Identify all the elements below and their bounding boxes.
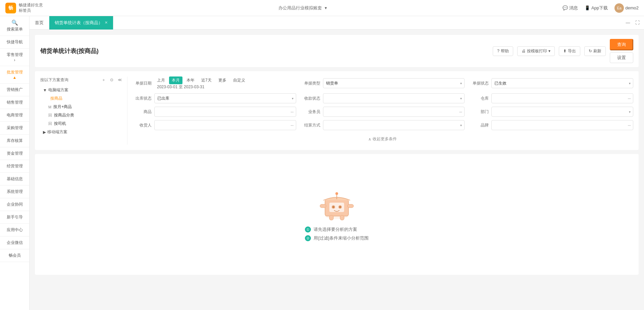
doc-status-select[interactable]: 已生效 — [491, 78, 633, 88]
sidebar-item-purchase[interactable]: 采购管理 — [0, 122, 29, 135]
department-wrap: ▾ — [491, 107, 633, 117]
department-field: 部门 ▾ — [469, 107, 633, 117]
empty-illustration — [317, 188, 357, 221]
avatar: Ea — [614, 3, 624, 13]
goods-input[interactable] — [154, 107, 296, 117]
sidebar-search[interactable]: 🔍 搜索菜单 — [0, 16, 29, 36]
query-button[interactable]: 查询 — [610, 39, 633, 50]
payment-status-label: 收款状态 — [300, 96, 320, 101]
sidebar-item-operations[interactable]: 经营管理 — [0, 160, 29, 173]
svg-point-6 — [339, 206, 341, 208]
svg-rect-9 — [320, 204, 326, 208]
header-right: 💬 消息 📱 App下载 Ea demo2 — [562, 3, 639, 13]
tab-home[interactable]: 首页 — [30, 16, 49, 30]
message-button[interactable]: 💬 消息 — [562, 5, 578, 11]
scheme-icons: ＋ ⊙ ≪ — [100, 76, 123, 83]
sidebar-item-wechat[interactable]: 企业微信 — [0, 237, 29, 249]
tree-mobile-parent[interactable]: ▶ 移动端方案 — [40, 128, 123, 136]
tip-num-1: ① — [305, 226, 311, 232]
date-tab-more[interactable]: 更多 — [216, 76, 229, 84]
warehouse-input[interactable] — [491, 93, 633, 103]
page-header: 销货单统计表(按商品) ? 帮助 🖨 按模板打印 ▾ ⬆ 导出 — [35, 35, 639, 67]
sidebar-item-corp[interactable]: 企业协同 — [0, 198, 29, 211]
filter-row-3: 商品 ··· 业务员 ··· — [131, 107, 633, 117]
sidebar-item-ecommerce[interactable]: 电商管理 — [0, 109, 29, 122]
empty-tip-2: ② 用[过滤]条件来缩小分析范围 — [305, 235, 368, 241]
tab-close-icon[interactable]: ✕ — [105, 20, 108, 25]
sidebar-item-basic[interactable]: 基础信息 — [0, 173, 29, 186]
date-tab-this-month[interactable]: 本月 — [169, 76, 182, 84]
sidebar-item-system[interactable]: 系统管理 — [0, 186, 29, 198]
filter-panel: 按以下方案查询 ＋ ⊙ ≪ ▼ 电脑端方案 — [35, 71, 639, 150]
doc-type-select[interactable]: 销货单 — [323, 78, 465, 88]
filters-right: 单据日期 上月 本月 本年 近7天 更多 自定义 — [131, 76, 633, 145]
edit-scheme-icon[interactable]: ⊙ — [108, 76, 115, 83]
top-header: 畅 畅捷通好生意 标签员 办公用品行业模拟账套 ▾ 💬 消息 📱 App下载 E… — [0, 0, 644, 16]
sidebar-item-finance[interactable]: 资金管理 — [0, 147, 29, 160]
sidebar-item-wholesale[interactable]: 批发管理 ▲ — [0, 66, 29, 84]
date-tab-this-year[interactable]: 本年 — [184, 76, 197, 84]
receiver-field: 收货人 ··· — [131, 120, 296, 130]
svg-point-4 — [333, 206, 334, 208]
scheme-by-printer[interactable]: 回 按司机 — [46, 119, 123, 128]
svg-rect-11 — [329, 215, 333, 220]
sidebar-item-marketing[interactable]: 营销推广 — [0, 84, 29, 96]
print-button[interactable]: 🖨 按模板打印 ▾ — [517, 46, 555, 56]
stock-status-select[interactable]: 已出库 — [154, 93, 296, 103]
date-tab-last-month[interactable]: 上月 — [154, 76, 168, 84]
brand-input[interactable] — [491, 120, 633, 130]
receiver-label: 收货人 — [131, 122, 152, 128]
sidebar-item-vip[interactable]: 畅会员 — [0, 249, 29, 262]
payment-status-wrap: ▾ — [323, 93, 465, 103]
sidebar-item-inventory[interactable]: 库存核算 — [0, 135, 29, 147]
salesperson-wrap: ··· — [323, 107, 465, 117]
doc-status-field: 单据状态 已生效 ▾ — [469, 76, 633, 90]
svg-rect-2 — [329, 203, 344, 212]
export-button[interactable]: ⬆ 导出 — [559, 46, 580, 56]
date-tab-7days[interactable]: 近7天 — [199, 76, 214, 84]
filter-row-4: 收货人 ··· 结算方式 — [131, 120, 633, 130]
page-title: 销货单统计表(按商品) — [40, 47, 99, 55]
main-layout: 🔍 搜索菜单 快捷导航 零售管理 › 批发管理 ▲ 营销推广 销售管理 电商管理… — [0, 16, 644, 310]
help-button[interactable]: ? 帮助 — [493, 46, 513, 56]
workspace-selector[interactable]: 办公用品行业模拟账套 ▾ — [278, 5, 327, 11]
receiver-input[interactable] — [154, 120, 296, 130]
user-menu[interactable]: Ea demo2 — [614, 3, 639, 13]
filter-layout: 按以下方案查询 ＋ ⊙ ≪ ▼ 电脑端方案 — [40, 76, 633, 145]
collapse-scheme-icon[interactable]: ≪ — [116, 76, 123, 83]
scheme-by-category[interactable]: 回 按商品分类 — [46, 111, 123, 119]
tree-pc-parent[interactable]: ▼ 电脑端方案 — [40, 86, 123, 94]
salesperson-input[interactable] — [323, 107, 465, 117]
settings-button[interactable]: 设置 — [610, 52, 633, 63]
settlement-select[interactable] — [323, 120, 465, 130]
tab-minimize-button[interactable]: — — [624, 19, 632, 27]
sidebar-item-retail[interactable]: 零售管理 › — [0, 49, 29, 66]
tree-expand-icon: ▼ — [43, 88, 47, 93]
sidebar-quick-nav[interactable]: 快捷导航 — [0, 36, 29, 49]
scheme-by-month-goods[interactable]: M 按月+商品 — [46, 103, 123, 111]
sidebar-item-sales[interactable]: 销售管理 — [0, 96, 29, 109]
tab-maximize-button[interactable]: ⛶ — [633, 19, 641, 27]
settlement-wrap: ▾ — [323, 120, 465, 130]
collapse-button[interactable]: ∧ 收起更多条件 — [131, 134, 633, 145]
sidebar-item-apps[interactable]: 应用中心 — [0, 224, 29, 237]
department-select[interactable] — [491, 107, 633, 117]
refresh-icon: ↻ — [589, 49, 592, 53]
scheme-by-goods[interactable]: 按商品 — [46, 94, 123, 103]
tab-sales-stats[interactable]: 销货单统计表（按商品） ✕ — [49, 16, 113, 30]
payment-status-select[interactable] — [323, 93, 465, 103]
collapse-icon: ∧ — [368, 137, 371, 142]
print-dropdown-icon[interactable]: ▾ — [548, 49, 550, 53]
sidebar-item-newbie[interactable]: 新手引导 — [0, 211, 29, 224]
refresh-button[interactable]: ↻ 刷新 — [584, 46, 606, 56]
salesperson-label: 业务员 — [300, 109, 320, 115]
date-tab-custom[interactable]: 自定义 — [230, 76, 248, 84]
tree-pc-children: 按商品 M 按月+商品 回 按商品分类 回 — [40, 94, 123, 128]
svg-rect-12 — [340, 215, 344, 220]
svg-rect-10 — [347, 204, 354, 208]
app-download-button[interactable]: 📱 App下载 — [585, 5, 608, 11]
department-label: 部门 — [469, 109, 489, 115]
add-scheme-icon[interactable]: ＋ — [100, 76, 107, 83]
export-icon: ⬆ — [563, 49, 567, 53]
date-range-display: 2023-03-01 至 2023-03-31 — [157, 84, 296, 90]
